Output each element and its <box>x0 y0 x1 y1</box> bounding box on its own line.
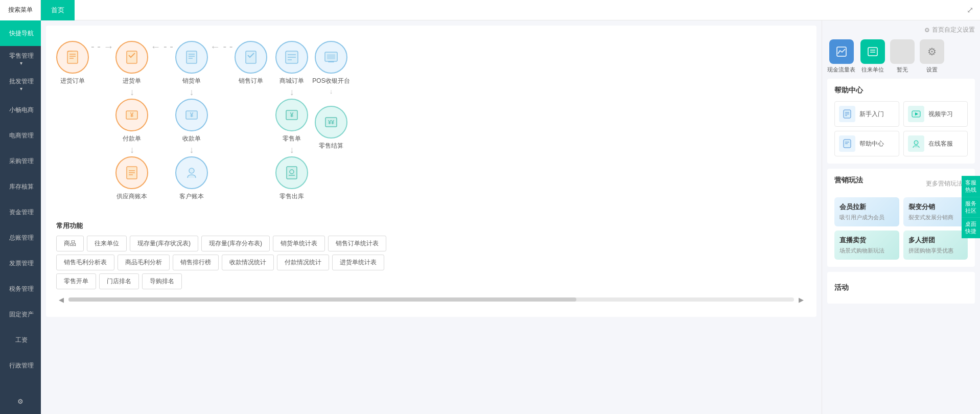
btn-payment-stats[interactable]: 付款情况统计 <box>277 255 329 270</box>
sidebar-item-purchase[interactable]: 采购管理 <box>0 148 41 174</box>
right-panel: ⚙ 首页自定义设置 现金流量表 往来单位 暂无 <box>822 20 980 414</box>
shortcut-settings[interactable]: ⚙ 设置 <box>920 39 944 74</box>
help-item-online-service[interactable]: 在线客服 <box>903 131 968 156</box>
flow-node-sales: 销货单 ↓ ¥ 收款单 ↓ 客户账本 <box>175 41 208 201</box>
btn-purchase-stats[interactable]: 进货单统计表 <box>332 255 384 270</box>
flow-node-purchase-order[interactable]: 进货订单 <box>56 41 89 85</box>
marketing-item-group[interactable]: 多人拼团 拼团购物享受优惠 <box>903 231 968 260</box>
btn-sales-profit[interactable]: 销售毛利分析表 <box>56 255 114 270</box>
shortcut-none-label: 暂无 <box>897 66 908 74</box>
shortcut-none[interactable]: 暂无 <box>890 39 915 74</box>
top-bar: 搜索菜单 首页 ⤢ <box>0 0 980 20</box>
customer-ledger-icon[interactable] <box>175 156 208 189</box>
sidebar-item-label: 发票管理 <box>9 259 34 268</box>
supplier-ledger-label: 供应商账本 <box>116 192 147 201</box>
sidebar-item-retail[interactable]: 零售管理 ▾ <box>0 46 41 72</box>
mall-order-icon[interactable] <box>275 41 308 74</box>
arrow-down-payment: ↓ <box>130 145 134 154</box>
sidebar-item-general-ledger[interactable]: 总账管理 <box>0 225 41 250</box>
sidebar-item-admin[interactable]: 行政管理 <box>0 353 41 378</box>
btn-inventory-status[interactable]: 现存量(库存状况表) <box>130 236 198 251</box>
btn-receipt-stats[interactable]: 收款情况统计 <box>222 255 274 270</box>
retail-settlement-label: 零售结算 <box>319 142 343 150</box>
search-menu-button[interactable]: 搜索菜单 <box>0 0 41 20</box>
sidebar-item-tax[interactable]: 税务管理 <box>0 276 41 302</box>
arrow-down-sales: ↓ <box>189 87 194 97</box>
sidebar-item-wholesale[interactable]: 批发管理 ▾ <box>0 72 41 97</box>
marketing-item-member[interactable]: 会员拉新 吸引用户成为会员 <box>834 197 899 226</box>
marketing-live-title: 直播卖货 <box>839 236 894 245</box>
retail-outbound-icon[interactable] <box>275 156 308 189</box>
receipt-icon[interactable]: ¥ <box>175 99 208 131</box>
btn-sales-order-stats[interactable]: 销售订单统计表 <box>328 236 386 251</box>
svg-rect-0 <box>67 51 78 63</box>
btn-sales-rank[interactable]: 销售排行榜 <box>173 255 219 270</box>
btn-contacts[interactable]: 往来单位 <box>87 236 127 251</box>
common-features-title: 常用功能 <box>56 221 806 231</box>
retail-bill-icon[interactable]: ¥ <box>275 99 308 131</box>
btn-inventory-dist[interactable]: 现存量(库存分布表) <box>201 236 270 251</box>
btn-sales-stats[interactable]: 销货单统计表 <box>273 236 325 251</box>
payment-icon[interactable]: ¥ <box>115 99 148 131</box>
svg-rect-29 <box>327 54 335 59</box>
marketing-item-live[interactable]: 直播卖货 场景式购物新玩法 <box>834 231 899 260</box>
sidebar-item-invoice[interactable]: 发票管理 <box>0 250 41 276</box>
btn-store-rank[interactable]: 门店排名 <box>99 273 139 289</box>
contacts-icon <box>860 39 885 64</box>
retail-bill-label: 零售单 <box>283 134 301 143</box>
btn-goods-profit[interactable]: 商品毛利分析 <box>118 255 170 270</box>
marketing-group-desc: 拼团购物享受优惠 <box>908 247 963 255</box>
chevron-down-icon: ▾ <box>20 60 22 66</box>
svg-rect-30 <box>328 61 334 62</box>
float-btn-community[interactable]: 服务社区 <box>962 197 980 218</box>
help-center-title: 帮助中心 <box>834 86 968 95</box>
marketing-grid: 会员拉新 吸引用户成为会员 裂变分销 裂变式发展分销商 直播卖货 场景式购物新玩… <box>834 197 968 260</box>
help-item-video[interactable]: 视频学习 <box>903 101 968 127</box>
btn-grid-row3: 零售开单 门店排名 导购排名 <box>56 273 806 289</box>
sidebar-item-label: 行政管理 <box>9 361 34 370</box>
marketing-live-desc: 场景式购物新玩法 <box>839 247 894 255</box>
scroll-track[interactable] <box>68 297 794 302</box>
float-btn-desktop[interactable]: 桌面快捷 <box>962 217 980 238</box>
sidebar-item-ecommerce-mgmt[interactable]: 电商管理 <box>0 123 41 148</box>
help-item-help-center[interactable]: 帮助中心 <box>834 131 899 156</box>
retail-settlement-icon[interactable]: ¥¥ <box>315 106 347 139</box>
scroll-right-arrow[interactable]: ▶ <box>796 294 806 305</box>
sidebar-item-funds[interactable]: 资金管理 <box>0 199 41 225</box>
sidebar-item-ecommerce-small[interactable]: 小畅电商 <box>0 97 41 123</box>
help-item-beginner[interactable]: 新手入门 <box>834 101 899 127</box>
expand-icon[interactable]: ⤢ <box>965 5 975 15</box>
btn-goods[interactable]: 商品 <box>56 236 84 251</box>
help-center-label: 帮助中心 <box>859 140 884 148</box>
scroll-thumb <box>68 297 576 302</box>
shortcut-cashflow[interactable]: 现金流量表 <box>827 39 855 74</box>
sales-order-icon[interactable] <box>235 41 267 74</box>
shortcut-contacts[interactable]: 往来单位 <box>860 39 885 74</box>
activity-box: 活动 <box>827 272 975 304</box>
sidebar-item-label: 批发管理 <box>9 77 34 86</box>
pos-icon[interactable] <box>315 41 347 74</box>
flow-diagram: 进货订单 - - → 进货单 ↓ <box>56 36 806 216</box>
svg-point-46 <box>914 141 918 145</box>
retail-outbound-label: 零售出库 <box>279 192 304 201</box>
supplier-ledger-icon[interactable] <box>115 156 148 189</box>
sales-icon[interactable] <box>175 41 208 74</box>
btn-retail-order[interactable]: 零售开单 <box>56 273 96 289</box>
float-btn-service[interactable]: 客服热线 <box>962 176 980 197</box>
top-right: ⤢ <box>965 5 980 15</box>
btn-guide-rank[interactable]: 导购排名 <box>142 273 182 289</box>
sidebar: 快捷导航 零售管理 ▾ 批发管理 ▾ 小畅电商 电商管理 采购管理 库存核算 资… <box>0 20 41 414</box>
purchase-icon[interactable] <box>115 41 148 74</box>
purchase-label: 进货单 <box>123 77 141 85</box>
arrow-down-mall: ↓ <box>290 87 294 97</box>
sidebar-setting-icon[interactable]: ⚙ <box>0 388 41 414</box>
marketing-item-fission[interactable]: 裂变分销 裂变式发展分销商 <box>903 197 968 226</box>
customize-link[interactable]: ⚙ 首页自定义设置 <box>924 26 975 34</box>
sidebar-item-salary[interactable]: 工资 <box>0 327 41 353</box>
tab-home[interactable]: 首页 <box>41 0 75 20</box>
sidebar-item-inventory[interactable]: 库存核算 <box>0 174 41 199</box>
scroll-left-arrow[interactable]: ◀ <box>56 294 66 305</box>
sidebar-item-fixed-assets[interactable]: 固定资产 <box>0 302 41 327</box>
sidebar-item-quick-nav[interactable]: 快捷导航 <box>0 20 41 46</box>
payment-label: 付款单 <box>123 134 141 143</box>
